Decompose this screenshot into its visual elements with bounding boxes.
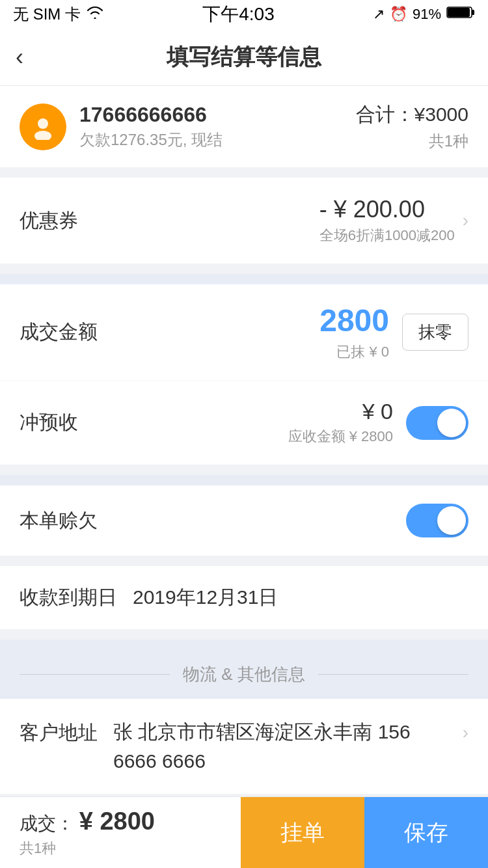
bottom-deal-line: 成交： ¥ 2800 (20, 807, 221, 836)
round-btn[interactable]: 抹零 (402, 314, 468, 351)
debt-label: 本单赊欠 (20, 508, 98, 534)
svg-rect-2 (448, 8, 470, 17)
back-button[interactable]: ‹ (16, 44, 23, 71)
total-amount: 合计：¥3000 (356, 102, 468, 128)
coupon-info: - ¥ 200.00 全场6折满1000减200 (319, 196, 455, 245)
customer-phone: 17666666666 (79, 103, 223, 127)
customer-info: 17666666666 欠款1276.35元, 现结 (79, 103, 223, 150)
bottom-bar: 成交： ¥ 2800 共1种 挂单 保存 (0, 796, 488, 868)
precollect-value-wrap: ¥ 0 应收金额 ¥ 2800 (288, 399, 393, 446)
avatar (20, 103, 66, 150)
svg-rect-1 (472, 10, 474, 15)
hold-button[interactable]: 挂单 (241, 797, 364, 868)
coupon-amount: - ¥ 200.00 (319, 196, 455, 223)
svg-point-4 (34, 131, 51, 140)
chevron-right-icon: › (463, 210, 468, 231)
svg-point-3 (38, 118, 48, 129)
divider-text: 物流 & 其他信息 (183, 663, 305, 686)
precollect-value: ¥ 0 (288, 399, 393, 424)
customer-right: 合计：¥3000 共1种 (356, 102, 468, 152)
save-button[interactable]: 保存 (364, 797, 488, 868)
customer-row: 17666666666 欠款1276.35元, 现结 合计：¥3000 共1种 (0, 86, 488, 167)
battery-text: 91% (413, 6, 441, 23)
deal-value-wrap: 2800 已抹 ¥ 0 (319, 303, 389, 362)
total-count: 共1种 (356, 131, 468, 152)
section-divider: 物流 & 其他信息 (0, 650, 488, 699)
address-chevron-icon: › (463, 722, 468, 743)
status-time: 下午4:03 (202, 2, 275, 27)
address-label: 客户地址 (20, 720, 98, 746)
location-icon: ↗ (373, 6, 385, 23)
address-row[interactable]: 客户地址 张 北京市市辖区海淀区永丰南 156 6666 6666 › (0, 699, 488, 794)
status-left: 无 SIM 卡 (13, 4, 104, 25)
bottom-summary: 成交： ¥ 2800 共1种 (0, 797, 241, 868)
wifi-icon (86, 5, 104, 23)
duedate-row: 收款到期日 2019年12月31日 (0, 566, 488, 629)
gray-divider-3 (0, 640, 488, 650)
alarm-icon: ⏰ (390, 6, 407, 23)
gray-divider-1 (0, 274, 488, 284)
precollect-toggle[interactable] (406, 406, 468, 440)
nav-bar: ‹ 填写结算等信息 (0, 29, 488, 86)
precollect-label: 冲预收 (20, 409, 78, 436)
deal-right: 2800 已抹 ¥ 0 抹零 (319, 303, 468, 362)
deal-label: 成交金额 (20, 319, 98, 346)
coupon-desc: 全场6折满1000减200 (319, 226, 455, 245)
coupon-label: 优惠券 (20, 208, 78, 234)
page-title: 填写结算等信息 (167, 42, 321, 72)
address-value: 张 北京市市辖区海淀区永丰南 156 6666 6666 (113, 717, 455, 776)
status-bar: 无 SIM 卡 下午4:03 ↗ ⏰ 91% (0, 0, 488, 29)
coupon-right: - ¥ 200.00 全场6折满1000减200 › (319, 196, 468, 245)
bottom-deal-label: 成交： (20, 813, 74, 834)
divider-line-left (20, 674, 170, 675)
precollect-sub: 应收金额 ¥ 2800 (288, 427, 393, 446)
customer-debt: 欠款1276.35元, 现结 (79, 129, 223, 150)
deal-value: 2800 (319, 303, 389, 338)
bottom-amount: ¥ 2800 (79, 807, 155, 835)
content: 17666666666 欠款1276.35元, 现结 合计：¥3000 共1种 … (0, 86, 488, 868)
divider-line-right (318, 674, 468, 675)
status-right: ↗ ⏰ 91% (373, 5, 475, 23)
amount-section: 成交金额 2800 已抹 ¥ 0 抹零 冲预收 ¥ 0 应收金额 ¥ 2800 (0, 284, 488, 465)
sim-status: 无 SIM 卡 (13, 4, 81, 25)
precollect-right: ¥ 0 应收金额 ¥ 2800 (288, 399, 468, 446)
debt-row: 本单赊欠 (0, 485, 488, 556)
duedate-label: 收款到期日 (20, 584, 117, 611)
bottom-count: 共1种 (20, 839, 221, 858)
precollect-row: 冲预收 ¥ 0 应收金额 ¥ 2800 (0, 381, 488, 465)
gray-divider-2 (0, 475, 488, 485)
battery-icon (446, 5, 475, 23)
deal-amount-row: 成交金额 2800 已抹 ¥ 0 抹零 (0, 284, 488, 381)
deal-sub: 已抹 ¥ 0 (319, 342, 389, 362)
coupon-row[interactable]: 优惠券 - ¥ 200.00 全场6折满1000减200 › (0, 178, 488, 264)
debt-toggle[interactable] (406, 504, 468, 537)
duedate-value: 2019年12月31日 (133, 584, 278, 611)
customer-left: 17666666666 欠款1276.35元, 现结 (20, 103, 223, 150)
